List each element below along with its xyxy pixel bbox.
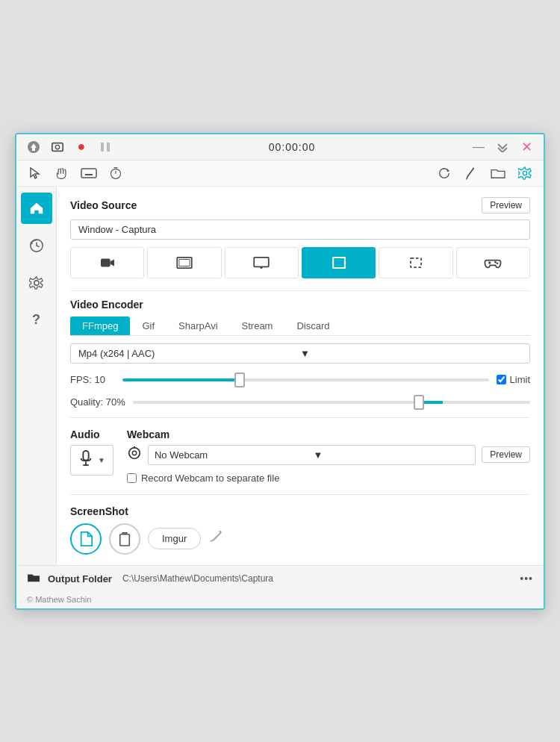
fps-track — [122, 378, 489, 381]
screenshot-icons: Imgur — [70, 523, 530, 555]
quality-value: 70% — [106, 396, 125, 408]
expand-button[interactable] — [494, 139, 511, 155]
quality-slider-wrapper — [133, 395, 530, 410]
timer-display: 00:00:00 — [119, 141, 464, 153]
fps-limit-checkbox[interactable] — [497, 375, 506, 384]
footer-output-label: Output Folder — [48, 573, 112, 584]
fps-thumb[interactable] — [234, 372, 245, 387]
svg-marker-23 — [110, 259, 113, 266]
webcam-separate-checkbox[interactable] — [127, 473, 137, 483]
fps-label: FPS: 10 — [70, 374, 115, 385]
sidebar-item-home[interactable] — [21, 193, 52, 224]
quality-slider-row: Quality: 70% — [70, 395, 530, 410]
sidebar-item-settings[interactable] — [21, 267, 52, 299]
encoder-tabs: FFmpeg Gif SharpAvi Stream Discard — [70, 317, 530, 336]
svg-point-39 — [132, 451, 136, 455]
copyright: © Mathew Sachin — [16, 592, 544, 608]
footer-more-button[interactable]: ••• — [520, 573, 533, 584]
toolbar-right — [436, 165, 533, 181]
screenshot-pencil-icon[interactable] — [208, 530, 222, 547]
video-source-header: Video Source Preview — [70, 197, 530, 213]
mic-icon — [78, 450, 93, 470]
title-bar-left: ● — [25, 139, 113, 155]
quality-track — [133, 401, 530, 404]
webcam-section: Webcam No Webcam ▼ Preview Record W — [127, 428, 530, 484]
fps-value: 10 — [95, 374, 105, 385]
source-screen2-btn[interactable] — [225, 247, 299, 278]
fps-slider-wrapper — [122, 372, 489, 387]
tab-sharpavi[interactable]: SharpAvi — [167, 317, 230, 335]
format-dropdown-arrow: ▼ — [300, 348, 522, 359]
divider-1 — [70, 290, 530, 291]
screenshot-title: ScreenShot — [70, 505, 128, 517]
footer-output-path: C:\Users\Mathew\Documents\Captura — [122, 573, 512, 584]
webcam-preview-button[interactable]: Preview — [482, 446, 530, 463]
fps-limit-group: Limit — [497, 374, 530, 385]
divider-3 — [70, 494, 530, 495]
source-icons-row — [70, 247, 530, 278]
screenshot-section: ScreenShot Imgur — [70, 505, 530, 555]
source-webcam-btn[interactable] — [70, 247, 144, 278]
sidebar-item-history[interactable] — [21, 230, 52, 261]
settings-tool-icon[interactable] — [517, 165, 533, 181]
record-icon[interactable]: ● — [73, 139, 90, 155]
svg-marker-16 — [447, 168, 450, 172]
source-fullscreen-btn[interactable] — [147, 247, 221, 278]
svg-rect-41 — [120, 534, 130, 545]
screenshot-imgur-btn[interactable]: Imgur — [148, 528, 201, 549]
audio-dropdown-arrow[interactable]: ▼ — [98, 456, 105, 464]
svg-rect-26 — [255, 257, 270, 266]
tab-ffmpeg[interactable]: FFmpeg — [70, 317, 130, 335]
folder-tool-icon[interactable] — [490, 165, 506, 181]
source-gamepad-btn[interactable] — [456, 247, 530, 278]
toolbar — [16, 160, 544, 187]
minimize-button[interactable]: — — [470, 139, 487, 155]
svg-line-17 — [467, 167, 474, 177]
svg-rect-7 — [81, 169, 96, 178]
webcam-dropdown-arrow: ▼ — [314, 449, 470, 461]
audio-title: Audio — [70, 428, 113, 440]
timer-tool-icon[interactable] — [108, 165, 124, 181]
upload-icon[interactable] — [25, 139, 42, 155]
sidebar-item-help[interactable]: ? — [21, 305, 52, 336]
tab-discard[interactable]: Discard — [284, 317, 341, 335]
svg-rect-4 — [101, 143, 104, 152]
webcam-dropdown-value: No Webcam — [155, 449, 311, 461]
fps-limit-label: Limit — [510, 374, 530, 385]
screenshot-file-btn[interactable] — [70, 523, 102, 555]
pause-icon[interactable] — [97, 139, 113, 155]
webcam-dropdown[interactable]: No Webcam ▼ — [148, 445, 476, 465]
video-preview-button[interactable]: Preview — [482, 197, 530, 213]
tab-gif[interactable]: Gif — [130, 317, 167, 335]
quality-label: Quality: 70% — [70, 396, 125, 408]
divider-2 — [70, 417, 530, 418]
video-source-input[interactable] — [70, 219, 530, 240]
source-region-btn[interactable] — [379, 247, 452, 278]
svg-point-33 — [494, 261, 497, 263]
quality-thumb[interactable] — [414, 395, 424, 410]
footer-folder-icon[interactable] — [27, 572, 40, 586]
refresh-tool-icon[interactable] — [436, 165, 452, 181]
svg-point-34 — [497, 262, 499, 264]
keyboard-tool-icon[interactable] — [81, 165, 97, 181]
svg-marker-6 — [31, 168, 39, 178]
format-dropdown[interactable]: Mp4 (x264 | AAC) ▼ — [70, 343, 530, 364]
brush-tool-icon[interactable] — [463, 165, 479, 181]
audio-controls[interactable]: ▼ — [70, 445, 113, 476]
video-source-title: Video Source — [70, 199, 137, 211]
source-window-btn[interactable] — [302, 247, 376, 278]
format-dropdown-value: Mp4 (x264 | AAC) — [78, 348, 300, 359]
svg-rect-30 — [411, 258, 421, 266]
svg-point-21 — [34, 280, 38, 284]
cursor-tool-icon[interactable] — [27, 165, 43, 181]
webcam-row: No Webcam ▼ Preview — [127, 445, 530, 465]
copyright-text: © Mathew Sachin — [27, 595, 91, 604]
content-area: Video Source Preview — [57, 187, 544, 565]
screenshot-icon[interactable] — [49, 139, 66, 155]
screenshot-clipboard-btn[interactable] — [109, 523, 140, 555]
footer: Output Folder C:\Users\Mathew\Documents\… — [16, 565, 544, 592]
tab-stream[interactable]: Stream — [230, 317, 285, 335]
close-button[interactable]: ✕ — [518, 139, 535, 155]
svg-point-18 — [523, 171, 526, 175]
hand-tool-icon[interactable] — [54, 165, 70, 181]
